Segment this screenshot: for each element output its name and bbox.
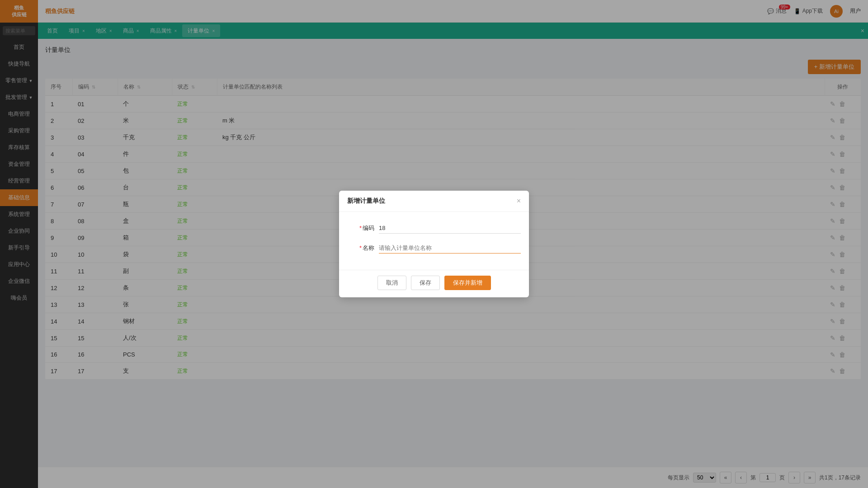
modal-overlay: 新增计量单位 × *编码 *名称 取消 保存 保存并新增: [0, 0, 868, 488]
name-field-row: *名称: [347, 243, 521, 253]
modal-close-button[interactable]: ×: [517, 197, 521, 205]
add-unit-modal: 新增计量单位 × *编码 *名称 取消 保存 保存并新增: [339, 191, 529, 297]
required-marker-name: *: [359, 244, 362, 251]
save-button[interactable]: 保存: [411, 276, 440, 290]
modal-body: *编码 *名称: [339, 212, 529, 270]
code-label: *编码: [347, 224, 374, 232]
save-and-new-button[interactable]: 保存并新增: [444, 276, 491, 290]
modal-footer: 取消 保存 保存并新增: [339, 270, 529, 297]
name-input[interactable]: [379, 243, 521, 253]
required-marker: *: [359, 225, 362, 231]
modal-header: 新增计量单位 ×: [339, 191, 529, 212]
code-input[interactable]: [379, 223, 521, 234]
modal-title: 新增计量单位: [347, 197, 385, 205]
cancel-button[interactable]: 取消: [377, 276, 406, 290]
name-label: *名称: [347, 244, 374, 252]
code-field-row: *编码: [347, 223, 521, 234]
